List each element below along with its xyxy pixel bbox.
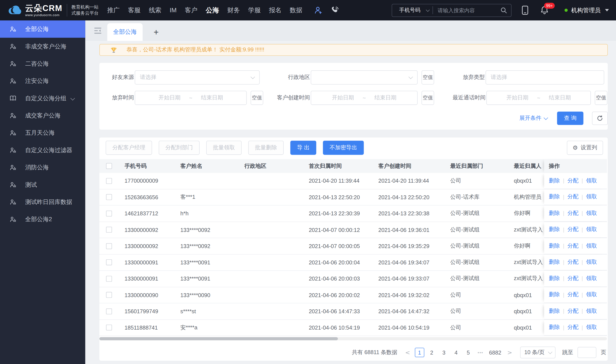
assign-link[interactable]: 分配 xyxy=(567,308,578,315)
top-nav-item[interactable]: 公海 xyxy=(206,6,219,15)
add-contact-icon[interactable] xyxy=(313,6,323,15)
delete-link[interactable]: 删除 xyxy=(549,324,560,331)
refresh-button[interactable] xyxy=(592,112,608,125)
sidebar-item[interactable]: 全部公海2 xyxy=(0,211,85,228)
page-size-select[interactable]: 10 条/页 xyxy=(520,347,556,358)
top-nav-item[interactable]: 线索 xyxy=(149,6,161,14)
claim-link[interactable]: 领取 xyxy=(586,275,597,282)
row-checkbox[interactable] xyxy=(106,292,112,298)
row-checkbox[interactable] xyxy=(106,194,112,200)
row-checkbox[interactable] xyxy=(106,227,112,233)
logo[interactable]: 云朵CRM www.yunduocrm.com 教育机构一站 式服务云平台 xyxy=(6,3,99,17)
search-input[interactable] xyxy=(438,7,500,13)
claim-link[interactable]: 领取 xyxy=(586,177,597,184)
expand-conditions-link[interactable]: 展开条件 xyxy=(519,115,547,122)
assign-link[interactable]: 分配 xyxy=(567,177,578,184)
query-button[interactable]: 查 询 xyxy=(557,112,583,125)
delete-link[interactable]: 删除 xyxy=(549,210,560,217)
toolbar-button[interactable]: 不加密导出 xyxy=(323,141,364,155)
create-time-empty-button[interactable]: 空值 xyxy=(422,91,434,105)
last-call-time-empty-button[interactable]: 空值 xyxy=(595,91,607,105)
sidebar-item[interactable]: 消防公海 xyxy=(0,159,85,176)
search-icon[interactable] xyxy=(500,7,507,14)
delete-link[interactable]: 删除 xyxy=(549,193,560,200)
tab-all-public-pool[interactable]: 全部公海 xyxy=(107,23,143,41)
row-checkbox[interactable] xyxy=(106,243,112,249)
claim-link[interactable]: 领取 xyxy=(586,308,597,315)
top-nav-item[interactable]: 客服 xyxy=(128,6,141,14)
top-nav-item[interactable]: 推广 xyxy=(107,6,120,14)
add-tab-button[interactable]: + xyxy=(154,28,158,37)
assign-link[interactable]: 分配 xyxy=(567,226,578,233)
abandon-time-empty-button[interactable]: 空值 xyxy=(251,91,263,105)
sidebar-item[interactable]: 注安公海 xyxy=(0,72,85,90)
search-category-chevron-icon[interactable] xyxy=(426,8,430,12)
sidebar-item[interactable]: 测试昨日回库数据 xyxy=(0,193,85,211)
assign-link[interactable]: 分配 xyxy=(567,210,578,217)
friend-source-select[interactable]: 请选择 xyxy=(135,70,260,85)
row-checkbox[interactable] xyxy=(106,325,112,330)
claim-link[interactable]: 领取 xyxy=(586,242,597,249)
collapse-sidebar-icon[interactable] xyxy=(94,26,102,35)
toolbar-button[interactable]: 批量领取 xyxy=(206,141,242,155)
delete-link[interactable]: 删除 xyxy=(549,259,560,266)
abandon-time-range-picker[interactable]: 开始日期 ~ 结束日期 xyxy=(135,91,247,105)
next-page-arrow[interactable]: > xyxy=(506,349,513,356)
delete-link[interactable]: 删除 xyxy=(549,291,560,298)
page-number[interactable]: 4 xyxy=(451,348,461,357)
sidebar-item[interactable]: 非成交客户公海 xyxy=(0,38,85,55)
claim-link[interactable]: 领取 xyxy=(586,226,597,233)
row-checkbox[interactable] xyxy=(106,276,112,282)
page-number[interactable]: 2 xyxy=(427,348,436,357)
claim-link[interactable]: 领取 xyxy=(586,193,597,200)
select-all-checkbox[interactable] xyxy=(106,163,112,169)
assign-link[interactable]: 分配 xyxy=(567,291,578,298)
claim-link[interactable]: 领取 xyxy=(586,291,597,298)
top-nav-item[interactable]: 数据 xyxy=(290,6,302,14)
row-checkbox[interactable] xyxy=(106,308,112,314)
sidebar-item[interactable]: 成交客户公海 xyxy=(0,107,85,124)
top-nav-item[interactable]: 财务 xyxy=(227,6,240,14)
toolbar-button[interactable]: 批量删除 xyxy=(248,141,283,155)
page-number[interactable]: 5 xyxy=(463,348,473,357)
claim-link[interactable]: 领取 xyxy=(586,259,597,266)
search-category-select[interactable]: 手机号码 xyxy=(399,7,421,14)
page-number[interactable]: 1 xyxy=(415,348,424,357)
user-menu[interactable]: 机构管理员 xyxy=(565,6,609,14)
sidebar-item[interactable]: 测试 xyxy=(0,176,85,193)
toolbar-button[interactable]: 分配到部门 xyxy=(159,141,200,155)
assign-link[interactable]: 分配 xyxy=(567,259,578,266)
top-nav-item[interactable]: 学服 xyxy=(248,6,261,14)
delete-link[interactable]: 删除 xyxy=(549,275,560,282)
toolbar-button[interactable]: 导 出 xyxy=(290,141,316,155)
sidebar-item[interactable]: 二咨公海 xyxy=(0,55,85,72)
create-time-range-picker[interactable]: 开始日期 ~ 结束日期 xyxy=(311,91,418,105)
sidebar-item[interactable]: 全部公海 xyxy=(0,20,85,38)
delete-link[interactable]: 删除 xyxy=(549,177,560,184)
top-nav-item[interactable]: 报名 xyxy=(269,6,281,14)
delete-link[interactable]: 删除 xyxy=(549,226,560,233)
row-checkbox[interactable] xyxy=(106,178,112,184)
row-checkbox[interactable] xyxy=(106,211,112,216)
sidebar-item[interactable]: 自定义公海分组 xyxy=(0,90,85,107)
region-select[interactable] xyxy=(311,70,418,85)
region-empty-button[interactable]: 空值 xyxy=(422,70,434,85)
mobile-app-icon[interactable] xyxy=(522,6,528,15)
sidebar-item[interactable]: 五月天公海 xyxy=(0,124,85,141)
column-settings-button[interactable]: ⚙ 设置列 xyxy=(567,141,603,155)
scrollbar-thumb[interactable] xyxy=(99,337,338,340)
horizontal-scrollbar[interactable] xyxy=(99,337,607,340)
phone-icon[interactable] xyxy=(330,6,339,15)
claim-link[interactable]: 领取 xyxy=(586,324,597,331)
assign-link[interactable]: 分配 xyxy=(567,242,578,249)
last-call-time-range-picker[interactable]: 开始日期 ~ 结束日期 xyxy=(486,91,591,105)
page-number[interactable]: 3 xyxy=(439,348,449,357)
delete-link[interactable]: 删除 xyxy=(549,242,560,249)
top-nav-item[interactable]: 客户 xyxy=(185,6,197,14)
page-number[interactable]: ••• xyxy=(476,348,485,357)
jump-to-input[interactable] xyxy=(578,347,596,358)
assign-link[interactable]: 分配 xyxy=(567,275,578,282)
page-number[interactable]: 6882 xyxy=(488,348,502,357)
assign-link[interactable]: 分配 xyxy=(567,193,578,200)
toolbar-button[interactable]: 分配客户经理 xyxy=(106,141,152,155)
